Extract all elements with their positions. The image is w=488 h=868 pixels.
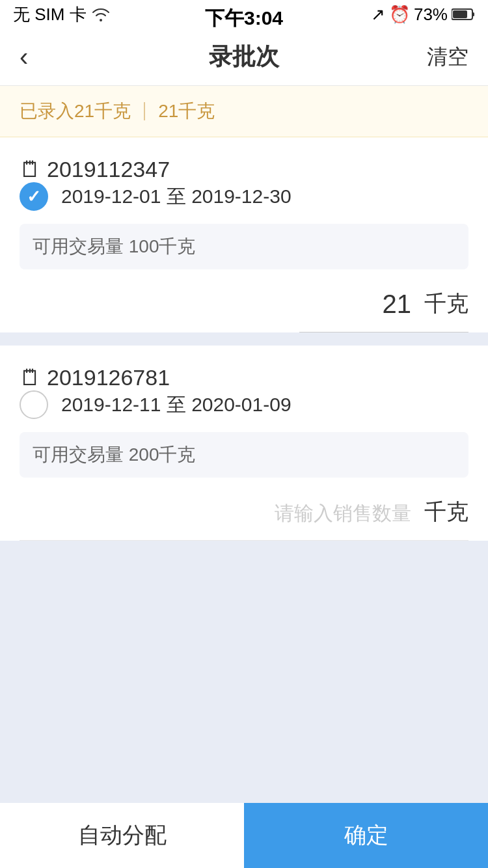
carrier-text: 无 SIM 卡 [13, 3, 87, 26]
svg-rect-1 [472, 12, 474, 16]
batch-2-date-row: 2019-12-11 至 2020-01-09 [20, 390, 468, 419]
batch-item-2: 🗒 2019126781 2019-12-11 至 2020-01-09 可用交… [0, 346, 488, 541]
battery-text: 73% [414, 5, 448, 25]
info-banner: 已录入21千克 21千克 [0, 86, 488, 137]
batch-1-icon: 🗒 [20, 157, 42, 182]
batch-1-date: 2019-12-01 至 2019-12-30 [61, 183, 291, 210]
batch-1-quantity-value: 21 [383, 290, 412, 319]
nav-bar: ‹ 录批次 清空 [0, 29, 488, 86]
batch-1-id-text: 2019112347 [47, 157, 170, 182]
batch-1-quantity-row: 21 千克 [20, 276, 468, 332]
batch-2-date: 2019-12-11 至 2020-01-09 [61, 392, 291, 418]
batch-2-unit: 千克 [424, 497, 468, 527]
batch-2-id: 🗒 2019126781 [20, 365, 468, 390]
separator-1 [0, 332, 488, 346]
confirm-button[interactable]: 确定 [244, 803, 488, 868]
back-button[interactable]: ‹ [20, 42, 28, 72]
batch-1-id: 🗒 2019112347 [20, 157, 468, 182]
location-icon: ↗ [371, 5, 385, 25]
auto-distribute-button[interactable]: 自动分配 [0, 803, 244, 868]
wifi-icon [92, 7, 110, 21]
page-title: 录批次 [209, 41, 279, 73]
status-bar: 无 SIM 卡 下午3:04 ↗ ⏰ 73% [0, 0, 488, 29]
already-entered-label: 已录入21千克 [20, 99, 131, 124]
batch-1-date-row: 2019-12-01 至 2019-12-30 [20, 182, 468, 211]
banner-divider [144, 102, 145, 120]
battery-icon [452, 8, 475, 21]
batch-1-unit: 千克 [424, 289, 468, 319]
batch-2-checkbox[interactable] [20, 390, 48, 419]
status-time: 下午3:04 [205, 5, 283, 32]
batch-2-icon: 🗒 [20, 365, 42, 390]
batch-item-1: 🗒 2019112347 2019-12-01 至 2019-12-30 可用交… [0, 137, 488, 332]
alarm-icon: ⏰ [389, 5, 410, 25]
content-wrapper: 已录入21千克 21千克 🗒 2019112347 2019-12-01 至 2… [0, 86, 488, 868]
bottom-bar: 自动分配 确定 [0, 803, 488, 868]
status-left: 无 SIM 卡 [13, 3, 110, 26]
batch-1-available: 可用交易量 100千克 [20, 224, 468, 269]
batch-2-quantity-input[interactable] [216, 500, 411, 525]
batch-2-available: 可用交易量 200千克 [20, 432, 468, 478]
entered-amount: 21千克 [158, 99, 215, 124]
batch-1-checkbox[interactable] [20, 182, 48, 211]
batch-2-quantity-row: 千克 [20, 484, 468, 541]
clear-button[interactable]: 清空 [427, 43, 468, 72]
svg-rect-2 [453, 10, 467, 18]
status-right: ↗ ⏰ 73% [371, 5, 475, 25]
batch-2-id-text: 2019126781 [47, 365, 170, 390]
